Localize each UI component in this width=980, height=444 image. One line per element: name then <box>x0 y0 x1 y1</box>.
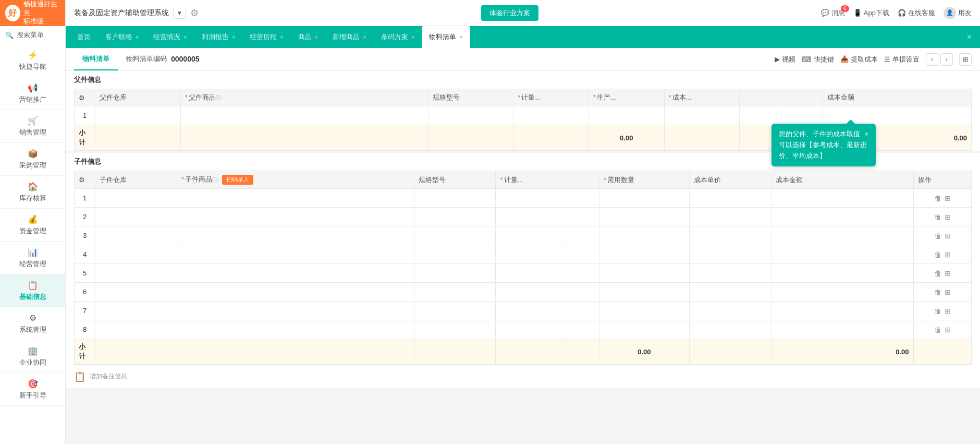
tab-close-icon[interactable]: × <box>183 34 187 40</box>
sidebar-item-sales[interactable]: 🛒 销售管理 <box>0 110 65 143</box>
child-row-unit[interactable] <box>496 189 568 208</box>
parent-row-product[interactable] <box>180 106 428 125</box>
page-tab-bom-list[interactable]: 物料清单 <box>74 48 118 70</box>
child-row-unit[interactable] <box>496 226 568 245</box>
tab-goods[interactable]: 商品 × <box>291 26 325 48</box>
delete-icon[interactable]: 🗑 <box>934 250 941 259</box>
expand-btn[interactable]: ⊞ <box>959 53 972 66</box>
tab-close-icon[interactable]: × <box>459 34 462 40</box>
child-row-unit[interactable] <box>496 320 568 339</box>
child-row-product[interactable] <box>177 283 414 302</box>
parent-product-help-icon[interactable]: ⓘ <box>216 94 222 101</box>
child-row-qty[interactable] <box>599 302 689 320</box>
child-row-unit-cost[interactable] <box>689 283 771 302</box>
child-row-product[interactable] <box>177 226 414 245</box>
child-row-spec[interactable] <box>414 283 496 302</box>
delete-icon[interactable]: 🗑 <box>934 288 941 296</box>
child-row-warehouse[interactable] <box>95 302 177 320</box>
child-row-unit[interactable] <box>496 302 568 320</box>
copy-icon[interactable]: ⊞ <box>945 326 951 334</box>
child-row-warehouse[interactable] <box>95 245 177 264</box>
child-row-unit-cost[interactable] <box>689 302 771 320</box>
child-row-product[interactable] <box>177 208 414 226</box>
tab-close-icon[interactable]: × <box>280 34 283 40</box>
parent-row-warehouse[interactable] <box>95 106 181 125</box>
copy-icon[interactable]: ⊞ <box>945 250 951 259</box>
page-tab-bom-code[interactable]: 物料清单编码 0000005 <box>118 48 208 70</box>
child-row-unit[interactable] <box>496 264 568 283</box>
child-row-product[interactable] <box>177 264 414 283</box>
child-row-warehouse[interactable] <box>95 283 177 302</box>
child-row-warehouse[interactable] <box>95 320 177 339</box>
child-row-qty[interactable] <box>599 320 689 339</box>
message-button[interactable]: 💬 消息 6 <box>821 8 845 18</box>
child-row-spec[interactable] <box>414 245 496 264</box>
view-btn[interactable]: ▶ 视频 <box>775 55 795 64</box>
delete-icon[interactable]: 🗑 <box>934 194 941 202</box>
system-dropdown-btn[interactable]: ▾ <box>173 7 186 19</box>
child-row-unit-cost[interactable] <box>689 264 771 283</box>
tab-barcode[interactable]: 条码方案 × <box>374 26 422 48</box>
tab-close-icon[interactable]: × <box>363 34 366 40</box>
child-row-qty[interactable] <box>599 189 689 208</box>
child-row-warehouse[interactable] <box>95 208 177 226</box>
sidebar-item-operations[interactable]: 📊 经营管理 <box>0 242 65 274</box>
sidebar-item-marketing[interactable]: 📢 营销推广 <box>0 77 65 110</box>
copy-icon[interactable]: ⊞ <box>945 307 951 315</box>
sidebar-item-purchase[interactable]: 📦 采购管理 <box>0 143 65 176</box>
child-row-unit-cost[interactable] <box>689 208 771 226</box>
nav-prev-btn[interactable]: ‹ <box>926 53 938 66</box>
child-col-settings[interactable]: ⚙ <box>75 171 95 189</box>
tab-customer[interactable]: 客户联络 × <box>98 26 146 48</box>
sidebar-item-quick-nav[interactable]: ⚡ 快捷导航 <box>0 44 65 77</box>
copy-icon[interactable]: ⊞ <box>945 288 951 296</box>
sidebar-search[interactable]: 🔍 搜索菜单 <box>0 26 65 44</box>
tooltip-close-btn[interactable]: × <box>864 129 868 140</box>
parent-col-settings[interactable]: ⚙ <box>75 89 95 106</box>
child-row-product[interactable] <box>177 189 414 208</box>
tab-close-icon[interactable]: × <box>232 34 235 40</box>
tab-bom[interactable]: 物料清单 × <box>422 26 470 48</box>
child-row-unit[interactable] <box>496 283 568 302</box>
tab-home[interactable]: 首页 <box>70 26 98 48</box>
tabs-close-button[interactable]: × <box>963 32 976 42</box>
child-row-unit-cost[interactable] <box>689 226 771 245</box>
sidebar-item-system[interactable]: ⚙ 系统管理 <box>0 307 65 340</box>
child-row-warehouse[interactable] <box>95 226 177 245</box>
parent-row-unit[interactable] <box>513 106 589 125</box>
child-row-qty[interactable] <box>599 264 689 283</box>
nav-next-btn[interactable]: › <box>940 53 953 66</box>
child-row-qty[interactable] <box>599 208 689 226</box>
sidebar-item-finance[interactable]: 💰 资金管理 <box>0 209 65 242</box>
child-row-unit-cost[interactable] <box>689 189 771 208</box>
child-row-qty[interactable] <box>599 245 689 264</box>
sidebar-item-enterprise[interactable]: 🏢 企业协同 <box>0 340 65 373</box>
sidebar-item-guide[interactable]: 🎯 新手引导 <box>0 373 65 406</box>
trial-button[interactable]: 体验行业方案 <box>481 5 538 21</box>
delete-icon[interactable]: 🗑 <box>934 307 941 315</box>
child-row-spec[interactable] <box>414 226 496 245</box>
shortcut-btn[interactable]: ⌨ 快捷键 <box>802 55 834 64</box>
copy-icon[interactable]: ⊞ <box>945 269 951 278</box>
copy-icon[interactable]: ⊞ <box>945 194 951 202</box>
child-row-warehouse[interactable] <box>95 189 177 208</box>
delete-icon[interactable]: 🗑 <box>934 232 941 240</box>
child-row-product[interactable] <box>177 245 414 264</box>
child-row-warehouse[interactable] <box>95 264 177 283</box>
child-row-unit-cost[interactable] <box>689 245 771 264</box>
tab-new-goods[interactable]: 新增商品 × <box>325 26 373 48</box>
child-row-spec[interactable] <box>414 302 496 320</box>
delete-icon[interactable]: 🗑 <box>934 326 941 334</box>
tab-close-icon[interactable]: × <box>136 34 139 40</box>
sidebar-item-basic-info[interactable]: 📋 基础信息 <box>0 274 65 307</box>
tab-operations[interactable]: 经营情况 × <box>146 26 194 48</box>
child-row-qty[interactable] <box>599 283 689 302</box>
tab-profit[interactable]: 利润报告 × <box>194 26 242 48</box>
child-row-spec[interactable] <box>414 264 496 283</box>
parent-row-spec[interactable] <box>428 106 513 125</box>
child-row-spec[interactable] <box>414 320 496 339</box>
parent-row-cost[interactable] <box>664 106 740 125</box>
child-row-spec[interactable] <box>414 208 496 226</box>
parent-row-production[interactable] <box>589 106 664 125</box>
app-download-button[interactable]: 📱 App下载 <box>853 8 889 18</box>
